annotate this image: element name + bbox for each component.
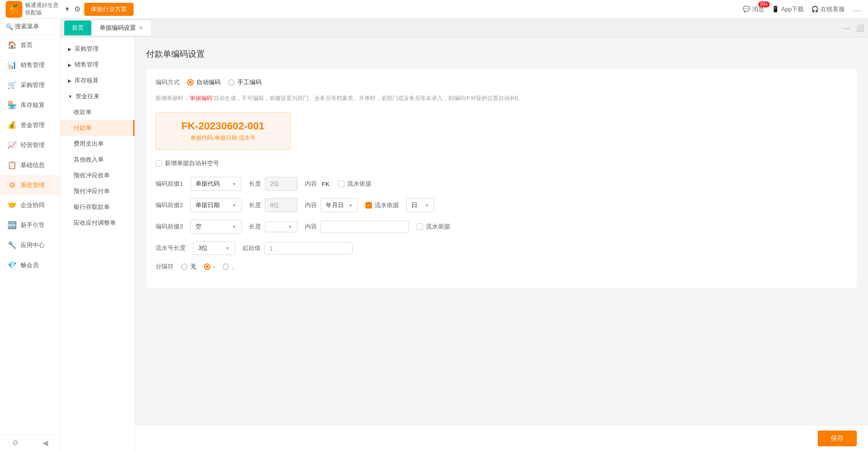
sidebar-item-guide[interactable]: 🆕 新手引导 (0, 215, 60, 235)
nav-advance-pay[interactable]: 预付冲应付单 (61, 183, 135, 199)
prefix3-select[interactable]: 空 ▼ (190, 220, 242, 234)
sidebar-item-purchase[interactable]: 🛒 采购管理 (0, 75, 60, 95)
sidebar-item-enterprise[interactable]: 🤝 企业协同 (0, 195, 60, 215)
sidebar-item-operations[interactable]: 📈 经营管理 (0, 135, 60, 155)
auto-radio-dot (189, 81, 192, 84)
group-capital-header[interactable]: ▼ 资金往来 (61, 88, 135, 104)
nav-receipt[interactable]: 收款单 (61, 104, 135, 120)
prefix3-content-input[interactable] (321, 221, 409, 233)
trial-button[interactable]: 体验行业方案 (84, 3, 134, 16)
auto-radio-circle (187, 79, 194, 86)
prefix2-cycle-select[interactable]: 日 ▼ (406, 198, 434, 212)
prefix3-stream[interactable]: 流水依据 (417, 222, 450, 231)
sep-none-radio[interactable]: 无 (181, 263, 196, 271)
prefix1-label-item: 编码前缀1 (155, 180, 183, 188)
nav-expense[interactable]: 费用支出单 (61, 136, 135, 152)
prefix2-select[interactable]: 单据日期 ▼ (190, 198, 242, 212)
manual-radio-circle (228, 79, 235, 86)
main-content: 付款单编码设置 编码方式 自动编码 (135, 37, 868, 425)
sep-dot-circle (222, 263, 229, 270)
serial-label-item: 流水号长度 (155, 244, 186, 252)
message-button[interactable]: 💬 消息 99+ (743, 5, 764, 13)
prefix2-stream-checkbox[interactable]: ✓ (365, 202, 372, 209)
prefix1-stream[interactable]: 流水依据 (338, 180, 371, 188)
nav-income[interactable]: 其他收入单 (61, 152, 135, 168)
group-sales-header[interactable]: ▶ 销售管理 (61, 57, 135, 73)
prefix3-row: 编码前缀3 空 ▼ 长度 ▼ (155, 220, 848, 234)
guide-icon: 🆕 (7, 221, 17, 229)
group-sales: ▶ 销售管理 (61, 57, 135, 73)
nav-adjust[interactable]: 应收应付调整单 (61, 215, 135, 231)
save-button[interactable]: 保存 (818, 431, 857, 446)
sidebar-item-inventory[interactable]: 🏪 库存核算 (0, 95, 60, 115)
nav-advance-recv[interactable]: 预收冲应收单 (61, 168, 135, 183)
serial-select[interactable]: 3位 ▼ (193, 241, 235, 255)
group-inventory: ▶ 库存核算 (61, 73, 135, 88)
prefix1-content-item: 内容 FK (305, 178, 330, 190)
encoding-method-row: 编码方式 自动编码 手工编码 (155, 78, 848, 87)
prefix2-content-dropdown-icon: ▼ (348, 203, 353, 208)
prefix3-dropdown-icon: ▼ (232, 224, 236, 229)
bottom-bar: 保存 (135, 425, 868, 451)
maximize-button[interactable]: ⬜ (855, 23, 864, 33)
prefix2-cycle-dropdown-icon: ▼ (424, 203, 429, 208)
prefix1-select[interactable]: 单据代码 ▼ (190, 177, 242, 191)
tab-close-icon[interactable]: ✕ (139, 25, 143, 31)
prefix1-row: 编码前缀1 单据代码 ▼ 长度 2位 (155, 177, 848, 191)
minimize-button[interactable]: — (842, 23, 851, 33)
sep-dash-radio[interactable]: - (204, 263, 215, 270)
online-service-button[interactable]: 🎧 在线客服 (811, 5, 845, 13)
prefix2-content-item: 内容 年月日 ▼ (305, 198, 358, 212)
bottom-settings-icon[interactable]: ⚙ (12, 438, 19, 447)
nav-payment[interactable]: 付款单 (61, 120, 135, 136)
sidebar-item-finance[interactable]: 💰 资金管理 (0, 115, 60, 135)
group-inventory-header[interactable]: ▶ 库存核算 (61, 73, 135, 88)
topbar-right: 💬 消息 99+ 📱 App下载 🎧 在线客服 ...... (743, 5, 862, 13)
sidebar-item-sales[interactable]: 📊 销售管理 (0, 55, 60, 75)
auto-fill-checkbox[interactable] (155, 160, 162, 167)
workspace-dropdown[interactable]: ▼ (62, 6, 70, 13)
tab-home[interactable]: 首页 (64, 20, 91, 35)
topbar: 🍊 畅通通好生意 搭配版 ▼ ⚙ 体验行业方案 💬 消息 99+ 📱 App下载… (0, 0, 868, 19)
tab-encoding[interactable]: 单据编码设置 ✕ (92, 20, 151, 35)
serial-row: 流水号长度 3位 ▼ 起始值 (155, 241, 848, 255)
auto-radio[interactable]: 自动编码 (187, 78, 221, 87)
sidebar-item-home[interactable]: 🏠 首页 (0, 35, 60, 55)
app-download-button[interactable]: 📱 App下载 (772, 5, 804, 13)
chevron-right-icon3: ▶ (68, 78, 72, 83)
prefix3-content-item: 内容 (305, 221, 409, 233)
prefix3-stream-checkbox[interactable] (417, 223, 423, 230)
system-icon: ⚙ (7, 181, 17, 189)
prefix1-length-item: 长度 2位 (249, 177, 297, 191)
prefix3-label-item: 编码前缀3 (155, 222, 183, 231)
prefix2-stream[interactable]: ✓ 流水依据 (365, 201, 399, 209)
sidebar-item-appstore[interactable]: 🔧 应用中心 (0, 235, 60, 255)
code-example-box: FK-20230602-001 单据代码-单据日期-流水号 (155, 112, 290, 150)
prefix1-stream-checkbox[interactable] (338, 181, 344, 187)
sidebar-item-member[interactable]: 💎 畅会员 (0, 255, 60, 275)
sidebar-item-basic[interactable]: 📋 基础信息 (0, 155, 60, 175)
group-capital: ▼ 资金往来 收款单 付款单 费用支出单 其他收入单 预收冲应收单 预付冲应付单… (61, 88, 135, 231)
search-menu[interactable]: 🔍 搜索菜单 (0, 19, 60, 35)
encoding-radio-group: 自动编码 手工编码 (187, 78, 262, 87)
settings-icon[interactable]: ⚙ (74, 5, 81, 13)
nav-bank[interactable]: 银行存取款单 (61, 199, 135, 215)
collapse-icon[interactable]: ◀ (42, 438, 48, 447)
appstore-icon: 🔧 (7, 241, 17, 249)
chevron-right-icon: ▶ (68, 47, 72, 52)
group-purchase: ▶ 采购管理 (61, 41, 135, 57)
group-purchase-header[interactable]: ▶ 采购管理 (61, 41, 135, 57)
sep-dot-radio[interactable]: . (222, 263, 234, 270)
purchase-icon: 🛒 (7, 81, 17, 89)
code-example-main: FK-20230602-001 (167, 120, 279, 132)
user-menu[interactable]: ...... (852, 6, 862, 13)
serial-start-input[interactable] (264, 242, 353, 255)
content-wrapper: ▶ 采购管理 ▶ 销售管理 ▶ 库存核算 (61, 37, 868, 451)
prefix3-length-select[interactable]: ▼ (265, 222, 297, 232)
sidebar-item-system[interactable]: ⚙ 系统管理 (0, 175, 60, 195)
page-title: 付款单编码设置 (146, 48, 857, 60)
chevron-right-icon2: ▶ (68, 62, 72, 67)
manual-radio[interactable]: 手工编码 (228, 78, 262, 87)
topbar-center: ▼ ⚙ 体验行业方案 (62, 3, 739, 16)
prefix2-content-select[interactable]: 年月日 ▼ (321, 198, 358, 212)
